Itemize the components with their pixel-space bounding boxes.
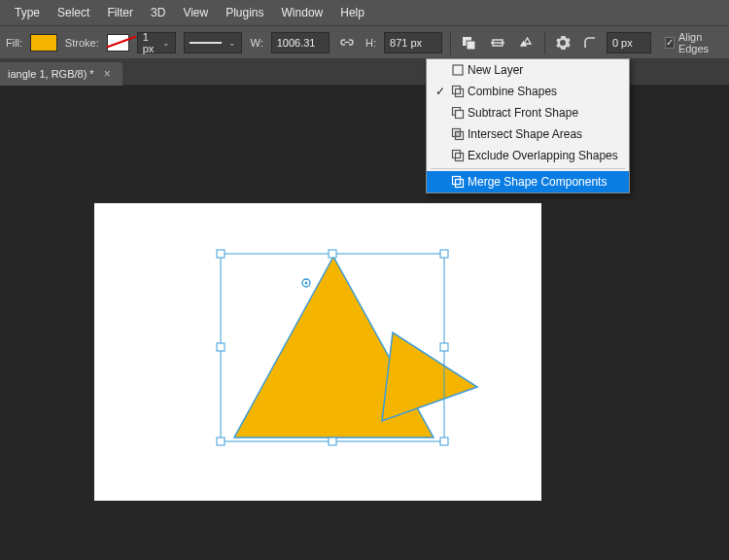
svg-rect-6 [329,250,336,258]
menu-item-label: Exclude Overlapping Shapes [468,149,618,162]
path-arrangement-button[interactable] [515,30,536,55]
menu-item-label: Combine Shapes [468,85,557,98]
svg-rect-7 [440,250,448,258]
svg-rect-9 [440,343,448,351]
menu-plugins[interactable]: Plugins [217,6,272,19]
svg-rect-1 [467,41,475,50]
menu-item-exclude[interactable]: Exclude Overlapping Shapes [427,145,629,166]
svg-rect-24 [456,180,464,188]
check-icon: ✓ [433,85,448,98]
round-corners-field[interactable] [607,32,651,53]
align-edges-checkbox[interactable]: ✓ Align Edges [665,31,723,54]
menu-item-new-layer[interactable]: New Layer [427,59,629,81]
svg-marker-4 [524,38,531,44]
menu-item-label: Intersect Shape Areas [468,127,582,141]
stroke-style-dropdown[interactable]: ⌄ [184,32,242,53]
fill-label: Fill: [6,37,22,49]
merge-shapes-icon [448,175,468,189]
path-alignment-button[interactable] [487,30,507,55]
menu-item-intersect[interactable]: Intersect Shape Areas [427,123,629,145]
path-operations-button[interactable] [459,30,479,55]
round-corners-icon [581,30,599,55]
separator [544,31,545,54]
width-field[interactable] [271,32,330,53]
stroke-width-value: 1 px [143,31,156,54]
svg-point-13 [305,282,308,285]
triangle-shape-small[interactable] [382,332,477,421]
document-tab-title: iangle 1, RGB/8) * [8,68,94,80]
link-wh-icon[interactable] [337,30,358,55]
subtract-front-icon [448,106,468,120]
svg-rect-20 [456,132,461,137]
menu-select[interactable]: Select [49,6,98,19]
menu-item-label: New Layer [468,63,523,77]
solid-line-icon [190,42,222,44]
stroke-width-dropdown[interactable]: 1 px ⌄ [137,32,177,53]
menu-help[interactable]: Help [331,6,373,19]
options-bar: Fill: Stroke: 1 px ⌄ ⌄ W: H: [0,25,729,58]
width-label: W: [250,37,262,49]
svg-rect-17 [456,111,464,119]
svg-rect-15 [453,87,461,94]
intersect-icon [448,127,468,141]
menu-item-subtract-front[interactable]: Subtract Front Shape [427,102,629,123]
menu-item-combine-shapes[interactable]: ✓ Combine Shapes [427,81,629,102]
svg-rect-10 [217,438,225,445]
document-tab[interactable]: iangle 1, RGB/8) * × [0,62,122,86]
menubar: Type Select Filter 3D View Plugins Windo… [0,0,729,25]
fill-swatch[interactable] [30,34,57,52]
menu-filter[interactable]: Filter [98,6,142,19]
menu-3d[interactable]: 3D [142,6,174,19]
exclude-icon [448,149,468,162]
height-field[interactable] [384,32,442,53]
svg-rect-12 [440,438,448,445]
stroke-label: Stroke: [65,37,99,49]
path-operations-menu: New Layer ✓ Combine Shapes Subtract Fron… [426,58,630,193]
svg-rect-5 [217,250,225,258]
separator [450,31,451,54]
svg-rect-21 [453,151,461,158]
close-icon[interactable]: × [102,67,113,81]
svg-rect-14 [453,65,463,75]
stroke-swatch[interactable] [107,34,129,52]
check-icon: ✓ [665,37,675,49]
svg-rect-8 [217,343,225,351]
align-edges-label: Align Edges [678,31,723,54]
menu-window[interactable]: Window [273,6,332,19]
menu-item-label: Subtract Front Shape [468,106,578,120]
menu-view[interactable]: View [174,6,217,19]
svg-rect-23 [453,177,461,185]
combine-shapes-icon [448,85,468,98]
svg-rect-22 [456,154,464,161]
svg-rect-11 [329,438,336,445]
canvas[interactable] [94,203,541,501]
chevron-down-icon: ⌄ [162,38,170,48]
menu-item-label: Merge Shape Components [468,175,607,189]
menu-item-merge-shape-components[interactable]: Merge Shape Components [427,171,629,192]
menu-separator [431,168,625,169]
menu-type[interactable]: Type [6,6,49,19]
new-layer-icon [448,63,468,77]
gear-icon[interactable] [553,30,573,55]
chevron-down-icon: ⌄ [228,38,236,48]
height-label: H: [365,37,376,49]
svg-rect-16 [456,89,464,97]
